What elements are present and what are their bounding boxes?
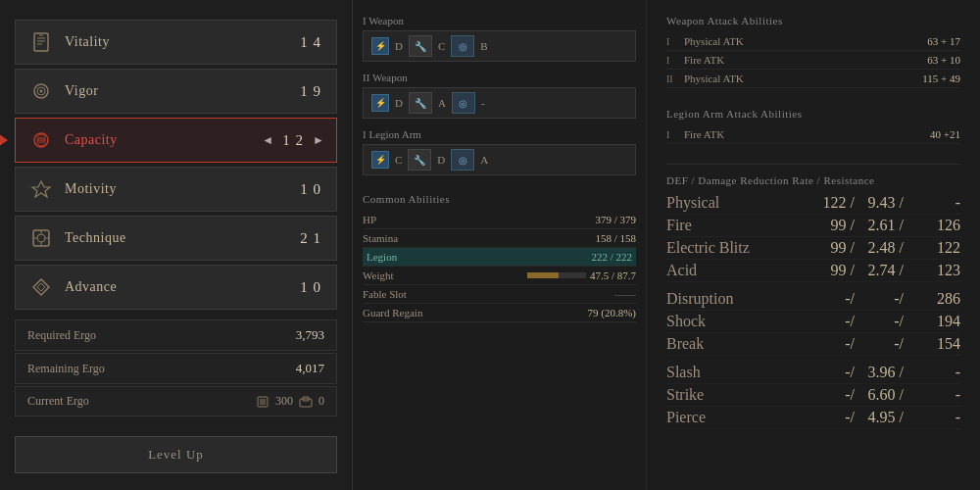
def-pierce-v1: -/ [804, 409, 862, 426]
legion-header: I Legion Arm [363, 128, 636, 140]
guard-label: Guard Regain [363, 307, 588, 318]
def-slash-v1: -/ [804, 364, 862, 381]
remaining-ergo-label: Remaining Ergo [27, 362, 296, 376]
weapon-1-slots: ⚡ D 🔧 C ◎ B [363, 30, 636, 62]
common-abilities: Common Abilities HP 379 / 379 Stamina 15… [363, 193, 636, 322]
svg-marker-18 [33, 279, 49, 295]
stamina-label: Stamina [363, 232, 595, 244]
w1-s4: B [480, 40, 487, 52]
def-slash-name: Slash [666, 364, 804, 381]
def-row-break: Break -/ -/ 154 [666, 333, 960, 356]
def-strike-v3: - [911, 386, 960, 404]
capacity-increase[interactable]: ► [313, 133, 324, 148]
vigor-label: Vigor [65, 83, 297, 99]
def-row-acid: Acid 99 / 2.74 / 123 [666, 260, 960, 282]
divider [666, 164, 960, 165]
svg-marker-11 [32, 181, 50, 197]
current-ergo-label: Current Ergo [27, 394, 256, 409]
def-shock-v2: -/ [862, 313, 911, 330]
def-disruption-v3: 286 [911, 290, 960, 308]
capacity-value: 1 2 [279, 132, 307, 149]
legion-attack-section: Legion Arm Attack Abilities I Fire ATK 4… [666, 108, 960, 144]
attack-row-2: II Physical ATK 115 + 49 [666, 70, 960, 88]
attack-row-1: I Fire ATK 63 + 10 [666, 51, 960, 70]
capacity-label: Capacity [65, 132, 262, 148]
def-row-shock: Shock -/ -/ 194 [666, 311, 960, 333]
hp-label: HP [363, 214, 595, 225]
capacity-decrease[interactable]: ◄ [262, 133, 273, 148]
def-acid-v3: 123 [911, 262, 960, 279]
def-physical-v2: 9.43 / [862, 194, 911, 212]
def-pierce-v2: 4.95 / [862, 409, 911, 426]
weapon-2-slots: ⚡ D 🔧 A ◎ - [363, 87, 636, 119]
weapon-section-1: I Weapon ⚡ D 🔧 C ◎ B [363, 15, 636, 62]
stat-row-vigor[interactable]: Vigor 1 9 [15, 69, 337, 114]
weapon-attack-section: Weapon Attack Abilities I Physical ATK 6… [666, 15, 960, 88]
svg-rect-21 [260, 399, 266, 405]
vigor-icon [27, 77, 55, 105]
legion-value: 222 / 222 [591, 251, 632, 263]
level-up-button[interactable]: Level Up [15, 436, 337, 473]
lg-slot2: ◎ [451, 149, 474, 171]
lg-slot1: 🔧 [408, 149, 431, 171]
lg-s3: D [437, 154, 445, 166]
def-disruption-v1: -/ [804, 290, 862, 308]
required-ergo-value: 3,793 [296, 327, 324, 343]
weight-bar [527, 272, 586, 278]
def-shock-name: Shock [666, 313, 804, 330]
def-electric-v1: 99 / [804, 239, 862, 257]
attack-1-roman: I [666, 55, 680, 66]
w1-s3: C [438, 40, 445, 52]
w1-slot1: 🔧 [409, 35, 432, 57]
middle-panel: I Weapon ⚡ D 🔧 C ◎ B II Weapon ⚡ D 🔧 A ◎ [353, 0, 647, 490]
technique-icon [27, 224, 55, 252]
w2-s3: A [438, 97, 446, 109]
def-strike-v1: -/ [804, 386, 862, 404]
motivity-label: Motivity [65, 181, 297, 197]
advance-value: 1 0 [297, 279, 324, 296]
stat-row-capacity[interactable]: Capacity ◄ 1 2 ► [15, 118, 337, 163]
red-indicator [0, 133, 8, 147]
attack-0-label: I Physical ATK [666, 35, 927, 47]
stat-row-motivity[interactable]: Motivity 1 0 [15, 167, 337, 212]
weight-bar-fill [527, 272, 559, 278]
def-strike-v2: 6.60 / [862, 386, 911, 404]
w1-slot2: ◎ [451, 35, 474, 57]
def-row-physical: Physical 122 / 9.43 / - [666, 192, 960, 215]
def-acid-v1: 99 / [804, 262, 862, 279]
def-row-pierce: Pierce -/ 4.95 / - [666, 407, 960, 429]
fable-label: Fable Slot [363, 288, 614, 300]
legion-attack-0-label: I Fire ATK [666, 128, 930, 140]
fable-value: —— [614, 288, 636, 300]
legion-section: I Legion Arm ⚡ C 🔧 D ◎ A [363, 128, 636, 175]
stat-row-advance[interactable]: Advance 1 0 [15, 265, 337, 310]
legion-slots: ⚡ C 🔧 D ◎ A [363, 144, 636, 175]
svg-point-13 [37, 234, 45, 242]
current-ergo-value2: 0 [318, 394, 324, 409]
def-disruption-v2: -/ [862, 290, 911, 308]
current-ergo-row: Current Ergo 300 0 [15, 386, 337, 416]
weapon-1-lightning: ⚡ [371, 37, 389, 55]
vitality-label: Vitality [65, 34, 297, 50]
motivity-icon [27, 175, 55, 203]
attack-2-value: 115 + 49 [922, 73, 960, 84]
weapon-2-lightning: ⚡ [371, 94, 389, 112]
ergo-section: Required Ergo 3,793 Remaining Ergo 4,017… [15, 319, 337, 416]
attack-2-roman: II [666, 74, 680, 84]
def-fire-v1: 99 / [804, 217, 862, 234]
stat-row-vitality[interactable]: Vitality 1 4 [15, 20, 337, 65]
legion-attack-title: Legion Arm Attack Abilities [666, 108, 960, 120]
def-pierce-v3: - [911, 409, 960, 426]
stat-row-technique[interactable]: Technique 2 1 [15, 216, 337, 261]
def-physical-v1: 122 / [804, 194, 862, 212]
legion-attack-row-0: I Fire ATK 40 +21 [666, 125, 960, 144]
def-break-v1: -/ [804, 335, 862, 353]
weapon-1-label: I Weapon [363, 15, 404, 26]
svg-point-6 [40, 90, 43, 93]
remaining-ergo-value: 4,017 [296, 361, 324, 376]
ability-legion: Legion 222 / 222 [363, 248, 636, 267]
common-abilities-title: Common Abilities [363, 193, 636, 205]
attack-2-label: II Physical ATK [666, 73, 922, 84]
w2-slot1: 🔧 [409, 92, 432, 114]
guard-value: 79 (20.8%) [588, 307, 637, 318]
